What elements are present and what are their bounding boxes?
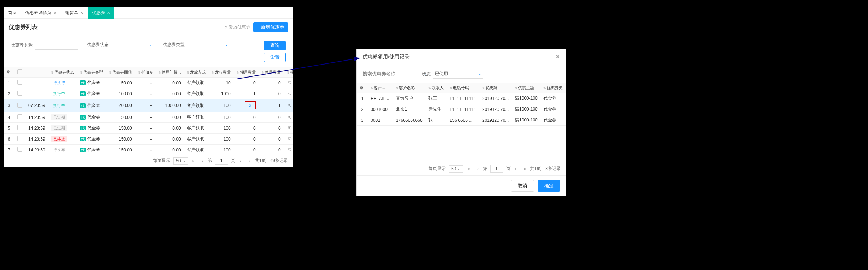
sort-icon: ⇅ <box>371 87 373 90</box>
add-coupon-button[interactable]: + 新增优惠券 <box>253 22 288 32</box>
tab[interactable]: 销货单✕ <box>61 7 88 19</box>
table-row[interactable]: 6 14 23:59 已终止 代代金券 150.00 -- 0.00 客户领取 … <box>4 134 293 145</box>
modal-per-page-select[interactable]: 50 ⌄ <box>449 165 463 173</box>
row-checkbox[interactable] <box>17 103 22 108</box>
table-row[interactable]: 1 待执行 代代金券 50.00 -- 0.00 客户领取 10 0 0 ⇱▦ <box>4 78 293 88</box>
status-badge: 已终止 <box>51 136 67 142</box>
type-badge: 代 <box>80 137 86 141</box>
close-icon[interactable]: ✕ <box>555 53 560 60</box>
cancel-button[interactable]: 取消 <box>511 180 534 192</box>
row-checkbox[interactable] <box>17 114 22 119</box>
page-first-button[interactable]: ⇤ <box>466 166 473 171</box>
column-header[interactable]: ⇅优惠券类型 <box>77 67 106 78</box>
filter-status-select[interactable]: ⌄ <box>111 41 154 48</box>
sort-icon: ⇅ <box>51 71 54 74</box>
chevron-down-icon: ⌄ <box>478 72 481 76</box>
search-button[interactable]: 查询 <box>264 41 286 50</box>
tab[interactable]: 首页 <box>4 7 21 19</box>
status-badge: 待执行 <box>51 80 67 86</box>
share-icon[interactable]: ⇱ <box>288 115 291 120</box>
usage-table: ⚙⇅客户...⇅客户名称⇅联系人⇅电话号码⇅优惠码⇅优惠主题⇅优惠券类 1 RE… <box>357 83 566 126</box>
distribute-link[interactable]: ⟳ 发放优惠券 <box>224 24 250 30</box>
filter-bar: 优惠券名称 优惠券状态 ⌄ 优惠券类型 ⌄ 查询 设置 <box>4 36 293 67</box>
column-header[interactable]: ⇅联系人 <box>425 83 446 93</box>
type-badge: 代 <box>80 103 86 108</box>
column-header[interactable] <box>25 67 48 78</box>
close-icon[interactable]: ✕ <box>54 11 56 15</box>
type-badge: 代 <box>80 126 86 130</box>
page-prev-button[interactable]: ‹ <box>200 158 205 163</box>
column-header[interactable]: ⇅操作 <box>284 67 293 78</box>
gear-icon[interactable]: ⚙ <box>360 86 365 91</box>
column-header[interactable]: ⇅优惠券面值 <box>106 67 135 78</box>
setting-button[interactable]: 设置 <box>264 53 286 62</box>
type-badge: 代 <box>80 115 86 120</box>
modal-status-select[interactable]: 已使用⌄ <box>433 69 483 79</box>
close-icon[interactable]: ✕ <box>80 11 83 15</box>
modal-search-input[interactable] <box>363 70 424 78</box>
column-header[interactable]: ⚙ <box>4 67 14 78</box>
table-row[interactable]: 3 0001 17666666666 张 156 6666 ... 201912… <box>357 115 566 126</box>
row-checkbox[interactable] <box>17 91 22 96</box>
tab[interactable]: 优惠券✕ <box>88 7 114 19</box>
table-row[interactable]: 3 07 23:59 执行中 代代金券 200.00 -- 1000.00 客户… <box>4 99 293 112</box>
row-checkbox[interactable] <box>17 147 22 152</box>
page-last-button[interactable]: ⇥ <box>245 158 252 163</box>
row-checkbox[interactable] <box>17 125 22 130</box>
type-badge: 代 <box>80 91 86 96</box>
share-icon[interactable]: ⇱ <box>288 91 291 96</box>
column-header[interactable]: ⇅领用数量 <box>234 67 259 78</box>
modal-title: 优惠券领用/使用记录 <box>363 54 410 60</box>
page-first-button[interactable]: ⇤ <box>191 158 198 163</box>
select-all-checkbox[interactable] <box>17 69 22 74</box>
table-row[interactable]: 1 RETAIL... 零散客户 张三 11111111111 2019120 … <box>357 93 566 104</box>
modal-page-input[interactable] <box>490 165 503 173</box>
page-last-button[interactable]: ⇥ <box>521 166 527 171</box>
confirm-button[interactable]: 确定 <box>538 180 560 192</box>
table-row[interactable]: 4 14 23:59 已过期 代代金券 150.00 -- 0.00 客户领取 … <box>4 112 293 123</box>
sort-icon: ⇅ <box>482 87 485 90</box>
page-next-button[interactable]: › <box>513 166 518 171</box>
share-icon[interactable]: ⇱ <box>288 148 291 153</box>
type-badge: 代 <box>80 80 86 85</box>
column-header[interactable]: ⇅优惠主题 <box>512 83 541 93</box>
column-header[interactable]: ⇅发行数量 <box>209 67 234 78</box>
chevron-down-icon: ⌄ <box>149 42 152 46</box>
column-header[interactable]: ⇅折扣% <box>135 67 156 78</box>
column-header[interactable]: ⇅优惠券状态 <box>48 67 77 78</box>
page-input[interactable] <box>215 157 228 165</box>
table-row[interactable]: 2 00010001 北京1 唐先生 11111111111 2019120 7… <box>357 104 566 115</box>
filter-name-input[interactable] <box>35 41 78 50</box>
share-icon[interactable]: ⇱ <box>288 126 291 131</box>
sort-icon: ⇅ <box>187 71 189 74</box>
share-icon[interactable]: ⇱ <box>288 103 291 108</box>
filter-type-select[interactable]: ⌄ <box>187 41 230 48</box>
filter-status-label: 优惠券状态 <box>87 42 109 48</box>
page-next-button[interactable]: › <box>238 158 242 163</box>
column-header[interactable]: ⇅客户名称 <box>393 83 425 93</box>
column-header[interactable]: ⇅发放方式 <box>184 67 209 78</box>
claimed-count-link[interactable]: 3 <box>245 101 256 109</box>
sort-icon: ⇅ <box>287 71 289 74</box>
page-prev-button[interactable]: ‹ <box>476 166 480 171</box>
status-badge: 已过期 <box>51 114 67 120</box>
table-row[interactable]: 7 14 23:59 待发布 代代金券 150.00 -- 0.00 客户领取 … <box>4 145 293 154</box>
tab[interactable]: 优惠券详情页✕ <box>21 7 61 19</box>
column-header[interactable]: ⇅优惠券类 <box>541 83 566 93</box>
row-checkbox[interactable] <box>17 80 22 85</box>
column-header[interactable]: ⇅优惠码 <box>479 83 512 93</box>
column-header[interactable]: ⚙ <box>357 83 368 93</box>
gear-icon[interactable]: ⚙ <box>7 70 12 75</box>
column-header[interactable]: ⇅电话号码 <box>447 83 479 93</box>
share-icon[interactable]: ⇱ <box>288 80 291 86</box>
column-header[interactable] <box>14 67 25 78</box>
per-page-select[interactable]: 50 ⌄ <box>173 157 188 165</box>
close-icon[interactable]: ✕ <box>107 11 110 15</box>
column-header[interactable]: ⇅客户... <box>368 83 393 93</box>
row-checkbox[interactable] <box>17 136 22 141</box>
share-icon[interactable]: ⇱ <box>288 137 291 142</box>
table-row[interactable]: 5 14 23:59 已过期 代代金券 150.00 -- 0.00 客户领取 … <box>4 123 293 134</box>
column-header[interactable]: ⇅使用门槛... <box>156 67 184 78</box>
table-row[interactable]: 2 执行中 代代金券 100.00 -- 0.00 客户领取 1000 1 0 … <box>4 88 293 99</box>
column-header[interactable]: ⇅使用数量 <box>259 67 284 78</box>
